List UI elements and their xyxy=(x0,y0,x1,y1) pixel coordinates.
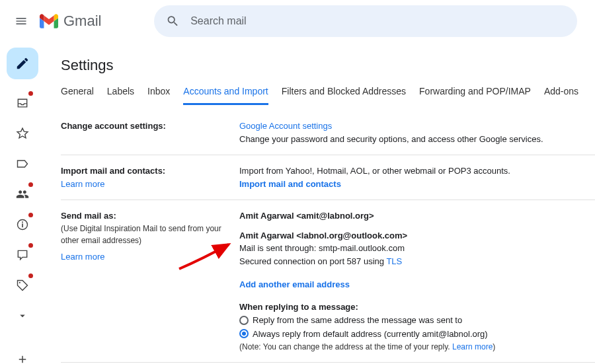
reply-note: (Note: You can change the address at the… xyxy=(239,341,595,353)
label-icon xyxy=(16,157,29,170)
inbox-icon xyxy=(16,96,29,110)
tls-link[interactable]: TLS xyxy=(386,256,402,266)
main-menu-button[interactable] xyxy=(5,5,37,37)
radio-icon xyxy=(239,329,249,338)
google-account-settings-link[interactable]: Google Account settings xyxy=(239,121,332,131)
sidebar-item-inbox[interactable] xyxy=(12,92,33,114)
tab-forwarding[interactable]: Forwarding and POP/IMAP xyxy=(419,78,531,105)
send-as-sub: (Use Digital Inspiration Mail to send fr… xyxy=(61,223,231,246)
app-name: Gmail xyxy=(63,13,101,30)
reply-header: When replying to a message: xyxy=(239,301,595,314)
import-desc: Import from Yahoo!, Hotmail, AOL, or oth… xyxy=(239,164,595,178)
info-icon xyxy=(16,218,29,231)
sidebar-item-tag[interactable] xyxy=(12,275,33,296)
import-learn-more-link[interactable]: Learn more xyxy=(61,179,104,189)
search-icon xyxy=(166,14,180,28)
sent-through: Mail is sent through: smtp-mail.outlook.… xyxy=(239,242,595,255)
import-mail-action-link[interactable]: Import mail and contacts xyxy=(239,179,341,189)
notification-dot xyxy=(28,243,33,248)
tab-labels[interactable]: Labels xyxy=(107,78,134,105)
tab-addons[interactable]: Add-ons xyxy=(544,78,578,105)
change-account-label: Change account settings: xyxy=(61,121,166,131)
secured-connection: Secured connection on port 587 using TLS xyxy=(239,255,595,268)
chat-icon xyxy=(16,248,29,262)
hamburger-icon xyxy=(15,15,28,28)
send-as-primary: Amit Agarwal <amit@labnol.org> xyxy=(239,209,595,223)
search-bar[interactable] xyxy=(154,5,577,37)
notification-dot xyxy=(28,182,33,187)
reply-option-same[interactable]: Reply from the same address the message … xyxy=(239,314,595,327)
search-input[interactable] xyxy=(189,15,565,28)
reply-opt2-label: Always reply from default address (curre… xyxy=(253,328,488,341)
send-as-secondary: Amit Agarwal <labnol.org@outlook.com> xyxy=(239,229,595,242)
tab-inbox[interactable]: Inbox xyxy=(147,78,170,105)
tab-accounts[interactable]: Accounts and Import xyxy=(183,78,268,105)
sidebar-expand[interactable] xyxy=(12,305,33,326)
gmail-icon xyxy=(40,14,58,28)
reply-opt1-label: Reply from the same address the message … xyxy=(253,314,462,327)
chevron-down-icon xyxy=(17,310,28,322)
sidebar-item-label[interactable] xyxy=(12,153,33,174)
plus-icon xyxy=(17,353,28,364)
svg-point-3 xyxy=(19,282,20,283)
tab-general[interactable]: General xyxy=(61,78,94,105)
sidebar-add[interactable] xyxy=(12,349,33,364)
settings-tabs: General Labels Inbox Accounts and Import… xyxy=(61,78,595,106)
reply-option-default[interactable]: Always reply from default address (curre… xyxy=(239,328,595,341)
page-title: Settings xyxy=(61,57,595,74)
notification-dot xyxy=(28,213,33,217)
sidebar-item-starred[interactable] xyxy=(12,123,33,144)
notification-dot xyxy=(28,91,33,96)
reply-note-learn-more-link[interactable]: Learn more xyxy=(452,342,493,351)
change-account-desc: Change your password and security option… xyxy=(239,133,595,146)
add-another-email-link[interactable]: Add another email address xyxy=(239,279,350,289)
svg-point-2 xyxy=(22,221,23,223)
send-as-learn-more-link[interactable]: Learn more xyxy=(61,252,104,262)
compose-button[interactable] xyxy=(7,48,38,79)
gmail-logo[interactable]: Gmail xyxy=(40,13,101,30)
sidebar-item-info[interactable] xyxy=(12,214,33,235)
pencil-icon xyxy=(15,56,30,71)
svg-rect-1 xyxy=(22,223,23,227)
send-as-label: Send mail as: xyxy=(61,209,231,223)
settings-panel: Settings General Labels Inbox Accounts a… xyxy=(45,42,595,364)
tag-icon xyxy=(16,279,29,292)
radio-icon xyxy=(239,316,249,325)
tab-filters[interactable]: Filters and Blocked Addresses xyxy=(282,78,406,105)
sidebar xyxy=(0,42,45,364)
notification-dot xyxy=(28,273,33,278)
star-icon xyxy=(16,127,29,140)
sidebar-item-chat[interactable] xyxy=(12,244,33,266)
import-mail-label: Import mail and contacts: xyxy=(61,164,231,178)
people-icon xyxy=(16,188,29,201)
sidebar-item-people[interactable] xyxy=(12,184,33,205)
